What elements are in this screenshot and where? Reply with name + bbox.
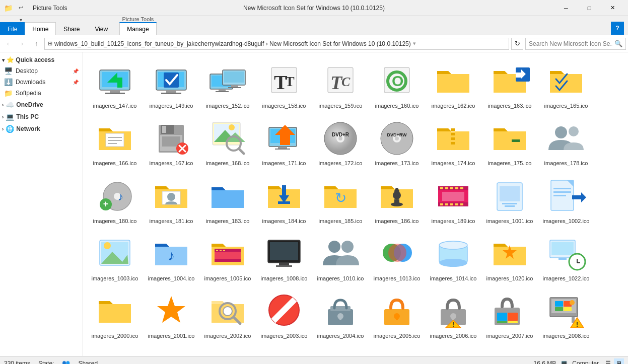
up-button[interactable]: ↑ <box>30 38 42 50</box>
customize-qat-button[interactable]: ▾ <box>15 14 27 26</box>
file-item-189[interactable]: imageres_189.ico <box>426 172 481 228</box>
sidebar-item-downloads[interactable]: ⬇️ Downloads 📌 <box>0 77 83 88</box>
file-label-178: imageres_178.ico <box>544 160 588 167</box>
file-item-1003[interactable]: imageres_1003.ico <box>87 229 143 285</box>
file-item-163[interactable]: imageres_163.ico <box>482 56 537 113</box>
sidebar-thispc-header[interactable]: › 💻 This PC <box>0 111 83 123</box>
file-label-160: imageres_160.ico <box>375 102 419 109</box>
tab-view[interactable]: View <box>87 22 115 35</box>
file-icon-1002 <box>546 175 586 215</box>
sidebar-item-softpedia[interactable]: 📁 Softpedia <box>0 88 83 99</box>
file-icon-2003 <box>264 290 304 330</box>
file-item-184[interactable]: imageres_184.ico <box>256 172 312 228</box>
file-item-1022[interactable]: imageres_1022.ico <box>538 229 594 285</box>
file-item-2005[interactable]: imageres_2005.ico <box>369 286 425 343</box>
file-icon-152 <box>207 60 248 100</box>
help-button[interactable]: ? <box>611 22 628 35</box>
sidebar-quickaccess-header[interactable]: ▾ ⭐ Quick access <box>0 54 83 65</box>
svg-rect-143 <box>339 316 341 320</box>
file-item-167[interactable]: imageres_167.ico <box>144 114 199 170</box>
sidebar-onedrive-header[interactable]: › ☁️ OneDrive <box>0 99 83 111</box>
svg-rect-60 <box>451 133 455 135</box>
svg-rect-74 <box>282 185 286 197</box>
file-item-165[interactable]: imageres_165.ico <box>538 56 594 113</box>
file-icon-165 <box>546 60 586 100</box>
file-item-159[interactable]: T C imageres_159.ico <box>313 56 368 113</box>
file-item-2008[interactable]: ! imageres_2008.ico <box>538 286 594 343</box>
file-icon-1022 <box>546 233 586 273</box>
file-item-173[interactable]: DVD+RW imageres_173.ico <box>369 114 425 170</box>
file-item-166[interactable]: imageres_166.ico <box>87 114 143 170</box>
close-button[interactable]: ✕ <box>601 0 624 16</box>
file-item-1020[interactable]: imageres_1020.ico <box>482 229 537 285</box>
network-icon: 🌐 <box>6 125 14 133</box>
svg-rect-12 <box>216 91 229 92</box>
file-item-175[interactable]: imageres_175.ico <box>482 114 537 170</box>
file-item-2007[interactable]: imageres_2007.ico <box>482 286 537 343</box>
file-item-2004[interactable]: imageres_2004.ico <box>313 286 368 343</box>
maximize-button[interactable]: □ <box>578 0 601 16</box>
back-button[interactable]: ‹ <box>2 38 14 50</box>
address-bar[interactable]: ⊞ windows_10_build_10125_icons_for_tuneu… <box>44 38 509 50</box>
svg-rect-27 <box>106 133 124 147</box>
svg-rect-89 <box>460 187 463 189</box>
file-item-1001[interactable]: imageres_1001.ico <box>482 172 537 228</box>
file-item-174[interactable]: imageres_174.ico <box>426 114 481 170</box>
sidebar-network-header[interactable]: › 🌐 Network <box>0 123 83 135</box>
tab-manage[interactable]: Manage <box>119 22 156 35</box>
file-item-2003[interactable]: imageres_2003.ico <box>256 286 312 343</box>
status-file-size: 16.6 MB <box>534 360 556 365</box>
file-item-2002[interactable]: imageres_2002.ico <box>200 286 255 343</box>
file-item-183[interactable]: imageres_183.ico <box>200 172 255 228</box>
file-label-181: imageres_181.ico <box>150 217 193 225</box>
file-item-1002[interactable]: imageres_1002.ico <box>538 172 594 228</box>
address-dropdown-arrow[interactable]: ▾ <box>413 40 416 47</box>
file-item-162[interactable]: imageres_162.ico <box>426 56 481 113</box>
minimize-button[interactable]: ─ <box>554 0 578 16</box>
file-item-2006[interactable]: ! imageres_2006.ico <box>426 286 481 343</box>
search-input[interactable] <box>529 40 612 47</box>
file-item-152[interactable]: imageres_152.ico <box>200 56 255 113</box>
file-item-2001[interactable]: imageres_2001.ico <box>144 286 199 343</box>
svg-rect-75 <box>278 201 290 204</box>
file-label-184: imageres_184.ico <box>262 217 306 225</box>
svg-rect-85 <box>440 187 443 189</box>
view-details-button[interactable]: ☰ <box>603 358 613 365</box>
file-item-149[interactable]: imageres_149.ico <box>144 56 199 113</box>
file-item-2000[interactable]: imageres_2000.ico <box>87 286 143 343</box>
svg-rect-49 <box>275 149 290 150</box>
file-item-1005[interactable]: imageres_1005.ico <box>200 229 255 285</box>
svg-rect-48 <box>278 147 287 149</box>
file-item-1014[interactable]: imageres_1014.ico <box>426 229 481 285</box>
file-item-1008[interactable]: imageres_1008.ico <box>256 229 312 285</box>
file-item-160[interactable]: O imageres_160.ico <box>369 56 425 113</box>
file-label-165: imageres_165.ico <box>544 102 588 109</box>
file-item-168[interactable]: imageres_168.ico <box>200 114 255 170</box>
file-icon-1001 <box>490 175 530 215</box>
file-item-186[interactable]: imageres_186.ico <box>369 172 425 228</box>
file-item-1004[interactable]: ♪ imageres_1004.ico <box>144 229 199 285</box>
sidebar-item-desktop[interactable]: 🖥️ Desktop 📌 <box>0 65 83 77</box>
file-item-178[interactable]: imageres_178.ico <box>538 114 594 170</box>
file-item-147[interactable]: imageres_147.ico <box>87 56 143 113</box>
file-item-171[interactable]: imageres_171.ico <box>256 114 312 170</box>
svg-point-64 <box>555 126 567 138</box>
search-icon[interactable]: 🔍 <box>614 40 622 47</box>
file-icon-175 <box>490 117 530 158</box>
search-bar[interactable]: 🔍 <box>525 38 626 50</box>
file-item-158[interactable]: T T imageres_158.ico <box>256 56 312 113</box>
file-item-172[interactable]: DVD+R imageres_172.ico <box>313 114 368 170</box>
forward-button[interactable]: › <box>16 38 28 50</box>
refresh-button[interactable]: ↻ <box>511 38 523 50</box>
svg-text:!: ! <box>576 321 578 328</box>
file-item-1010[interactable]: imageres_1010.ico <box>313 229 368 285</box>
help-icon[interactable]: ? <box>611 22 624 35</box>
view-large-icons-button[interactable]: ⊞ <box>614 358 624 365</box>
file-item-181[interactable]: imageres_181.ico <box>144 172 199 228</box>
file-icon-1003 <box>95 233 135 273</box>
file-item-180[interactable]: ♪ + imageres_180.ico <box>87 172 143 228</box>
file-icon-2002 <box>207 290 248 330</box>
file-item-185[interactable]: ↻ imageres_185.ico <box>313 172 368 228</box>
file-item-1013[interactable]: imageres_1013.ico <box>369 229 425 285</box>
undo-button[interactable]: ↩ <box>15 2 27 14</box>
